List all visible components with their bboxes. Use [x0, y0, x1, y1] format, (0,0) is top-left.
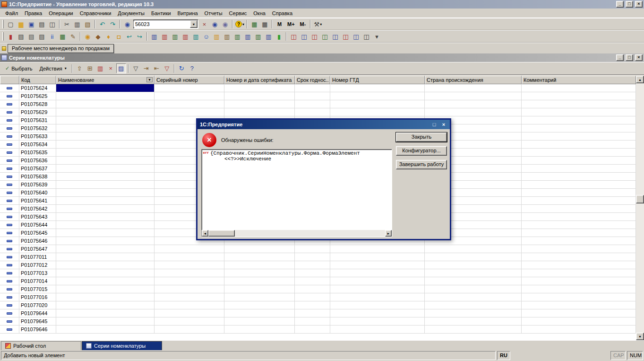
copy-icon[interactable]: ▥: [72, 19, 82, 29]
menu-item-10[interactable]: Окна: [250, 9, 269, 18]
row-marker-cell[interactable]: [0, 92, 19, 100]
doc-copy-icon[interactable]: ▥: [191, 32, 201, 42]
window-tab-2[interactable]: Серии номенклатуры: [82, 341, 162, 350]
table-row[interactable]: P01079645: [0, 317, 636, 326]
table-row[interactable]: P01077014: [0, 277, 636, 285]
hook-undo-icon[interactable]: ↩: [124, 32, 134, 42]
sales-manager-workspace-label[interactable]: Рабочее место менеджера по продажам: [8, 44, 114, 53]
menu-item-4[interactable]: Справочники: [77, 9, 115, 18]
doc-import-icon[interactable]: ▥: [160, 32, 170, 42]
row-marker-cell[interactable]: [0, 317, 19, 326]
money-icon[interactable]: ◉: [83, 32, 93, 42]
row-marker-cell[interactable]: [0, 326, 19, 334]
clear-search-icon[interactable]: ×: [199, 19, 209, 29]
row-marker-cell[interactable]: [0, 108, 19, 116]
table-row[interactable]: P01077013: [0, 269, 636, 277]
child-minimize-button[interactable]: _: [616, 54, 624, 61]
info-pair-icon[interactable]: ii: [47, 32, 57, 42]
menu-item-6[interactable]: Бантики: [148, 9, 174, 18]
print-list-icon[interactable]: ▤: [26, 32, 36, 42]
doc-check-icon[interactable]: ▥: [253, 32, 263, 42]
column-header-6[interactable]: Номер ГТД: [330, 76, 425, 84]
memory-subtract-button[interactable]: М-: [298, 19, 309, 29]
redo-icon[interactable]: ↷: [108, 19, 118, 29]
scroll-right-icon[interactable]: ►: [385, 230, 392, 237]
help-smiley-icon[interactable]: ?▾: [235, 19, 245, 29]
row-marker-cell[interactable]: [0, 197, 19, 205]
undo-icon[interactable]: ↶: [97, 19, 107, 29]
menu-item-1[interactable]: Файл: [2, 9, 21, 18]
exchange-sync-icon[interactable]: ◫: [309, 32, 319, 42]
lock-icon[interactable]: ◘: [114, 32, 124, 42]
table-grid-icon[interactable]: ▦: [249, 19, 259, 29]
exchange-plan-icon[interactable]: ◫: [330, 32, 340, 42]
search-combo[interactable]: ▼: [133, 19, 198, 29]
tools-icon[interactable]: ⚒▾: [313, 19, 323, 29]
save-icon[interactable]: ▣: [26, 19, 36, 29]
row-marker-cell[interactable]: [0, 213, 19, 221]
dialog-button-3[interactable]: Завершить работу: [396, 160, 447, 169]
paste-icon[interactable]: ▧: [83, 19, 93, 29]
column-header-5[interactable]: Срок годнос...: [295, 76, 330, 84]
memory-add-button[interactable]: М+: [285, 19, 297, 29]
dialog-close-icon[interactable]: ×: [440, 122, 447, 127]
edit-toggle-icon[interactable]: ▨: [116, 63, 126, 73]
doc-tree-icon[interactable]: ▥: [222, 32, 232, 42]
table-row[interactable]: P01077011: [0, 253, 636, 261]
vertical-scrollbar[interactable]: ▲ ▼: [636, 76, 644, 340]
hierarchy-up-icon[interactable]: ⇧: [75, 63, 85, 73]
print-icon[interactable]: ▤: [37, 19, 47, 29]
filter-settings-icon[interactable]: ▽: [131, 63, 141, 73]
doc-structure-icon[interactable]: ▥: [212, 32, 222, 42]
cut-icon[interactable]: ✂: [62, 19, 72, 29]
clear-filter-icon[interactable]: ▽: [162, 63, 172, 73]
spreadsheet-icon[interactable]: ▦: [58, 32, 68, 42]
print-setup-icon[interactable]: ▤: [37, 32, 47, 42]
close-button[interactable]: ×: [635, 1, 643, 8]
table-row[interactable]: P01075624: [0, 84, 636, 92]
actions-button[interactable]: Действия▾: [36, 63, 70, 73]
memory-store-button[interactable]: М: [275, 19, 284, 29]
combo-dropdown-icon[interactable]: ▼: [190, 20, 197, 28]
column-header-3[interactable]: Серийный номер: [155, 76, 224, 84]
row-marker-cell[interactable]: [0, 181, 19, 189]
print-document-icon[interactable]: ▤: [16, 32, 26, 42]
column-header-4[interactable]: Номер и дата сертификата: [224, 76, 295, 84]
row-marker-cell[interactable]: [0, 237, 19, 245]
row-marker-cell[interactable]: [0, 269, 19, 277]
copy-item-icon[interactable]: ▥: [95, 63, 105, 73]
doc-unpost-icon[interactable]: ▥: [180, 32, 190, 42]
table-row[interactable]: P01075629: [0, 108, 636, 116]
doc-export-icon[interactable]: ▥: [149, 32, 159, 42]
exchange-out-icon[interactable]: ◫: [299, 32, 309, 42]
row-marker-cell[interactable]: [0, 141, 19, 149]
child-close-button[interactable]: ×: [635, 54, 643, 61]
menu-item-2[interactable]: Правка: [21, 9, 45, 18]
dialog-button-2[interactable]: Конфигуратор...: [396, 146, 447, 156]
table-row[interactable]: P01075625: [0, 92, 636, 100]
row-marker-cell[interactable]: [0, 116, 19, 124]
row-marker-cell[interactable]: [0, 229, 19, 237]
exchange-settings-icon[interactable]: ◫: [361, 32, 371, 42]
scroll-up-icon[interactable]: ▲: [636, 76, 644, 83]
child-restore-button[interactable]: □: [626, 54, 633, 61]
column-header-2[interactable]: Наименование▼: [56, 76, 155, 84]
help-icon[interactable]: ?: [187, 63, 197, 73]
row-marker-cell[interactable]: [0, 84, 19, 92]
row-marker-cell[interactable]: [0, 309, 19, 317]
exchange-ok-icon[interactable]: ◫: [320, 32, 330, 42]
new-document-icon[interactable]: ▢: [6, 19, 16, 29]
scrollbar-thumb[interactable]: [636, 195, 644, 203]
table-settings-icon[interactable]: ▦: [260, 19, 270, 29]
row-marker-cell[interactable]: [0, 157, 19, 165]
row-marker-cell[interactable]: [0, 189, 19, 197]
refresh-icon[interactable]: ↻: [177, 63, 187, 73]
open-icon[interactable]: ▆: [16, 19, 26, 29]
row-marker-cell[interactable]: [0, 205, 19, 213]
purse-icon[interactable]: ◆: [93, 32, 103, 42]
table-row[interactable]: P01077012: [0, 261, 636, 269]
search-input[interactable]: [134, 21, 190, 27]
row-marker-cell[interactable]: [0, 253, 19, 261]
error-horizontal-scrollbar[interactable]: ◄ ►: [202, 230, 392, 237]
row-marker-cell[interactable]: [0, 173, 19, 181]
